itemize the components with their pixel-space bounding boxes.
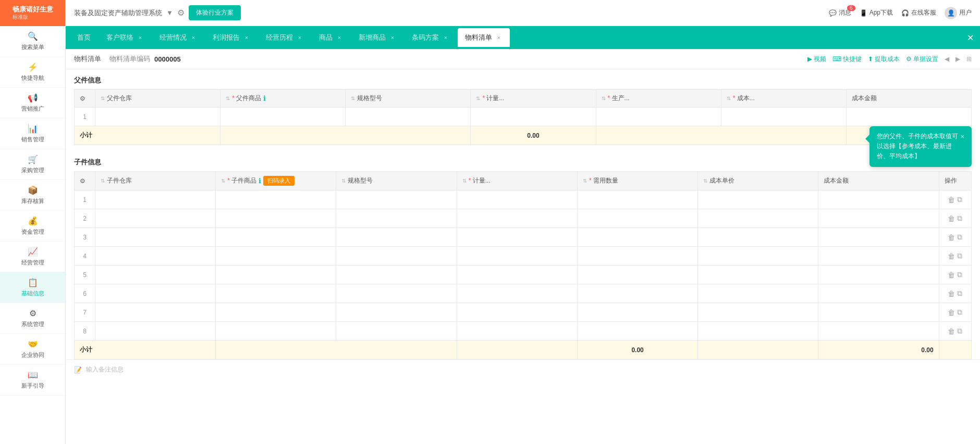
child-input-unit-2[interactable] — [457, 228, 577, 246]
copy-icon-5[interactable]: ⧉ — [957, 289, 962, 298]
copy-icon-6[interactable]: ⧉ — [957, 308, 962, 317]
nav-next-icon[interactable]: ▶ — [956, 55, 960, 63]
nav-tab-close-6[interactable]: × — [389, 34, 396, 41]
child-input-qty-5[interactable] — [578, 284, 697, 303]
child-cell-unit-cost-4[interactable] — [698, 266, 818, 284]
sidebar-item-1[interactable]: ⚡快捷导航 — [0, 57, 65, 88]
child-input-goods-1[interactable] — [216, 209, 336, 227]
child-input-cost-amount-3[interactable] — [818, 247, 938, 265]
child-cell-unit-cost-1[interactable] — [698, 209, 818, 228]
child-input-goods-4[interactable] — [216, 266, 336, 284]
nav-tab-4[interactable]: 经营历程× — [259, 28, 311, 47]
copy-icon-7[interactable]: ⧉ — [957, 327, 962, 335]
child-input-warehouse-5[interactable] — [95, 284, 215, 303]
parent-cell-spec[interactable] — [346, 107, 471, 126]
delete-icon-2[interactable]: 🗑 — [948, 233, 955, 242]
delete-icon-1[interactable]: 🗑 — [948, 214, 955, 223]
child-input-warehouse-2[interactable] — [95, 228, 215, 246]
child-input-goods-0[interactable] — [216, 190, 336, 209]
child-input-spec-7[interactable] — [336, 322, 456, 340]
shortcut-link[interactable]: ⌨ 快捷键 — [832, 55, 862, 64]
nav-tab-2[interactable]: 经营情况× — [152, 28, 204, 47]
child-input-qty-6[interactable] — [578, 303, 697, 321]
parent-cell-unit[interactable] — [471, 107, 596, 126]
copy-icon-0[interactable]: ⧉ — [957, 195, 962, 204]
child-cell-unit-0[interactable] — [457, 190, 577, 209]
child-cell-unit-cost-3[interactable] — [698, 247, 818, 266]
tooltip-close-button[interactable]: × — [960, 131, 964, 142]
parent-cell-warehouse[interactable] — [95, 107, 220, 126]
child-cell-unit-7[interactable] — [457, 322, 577, 341]
child-cell-unit-cost-6[interactable] — [698, 303, 818, 322]
child-input-spec-4[interactable] — [336, 266, 456, 284]
child-input-spec-3[interactable] — [336, 247, 456, 265]
child-input-qty-4[interactable] — [578, 266, 697, 284]
child-cell-unit-cost-2[interactable] — [698, 228, 818, 247]
sidebar-item-9[interactable]: ⚙系统管理 — [0, 303, 65, 334]
child-cell-cost-amount-3[interactable] — [818, 247, 939, 266]
child-input-cost-amount-4[interactable] — [818, 266, 938, 284]
child-cell-unit-cost-5[interactable] — [698, 284, 818, 303]
child-input-warehouse-7[interactable] — [95, 322, 215, 340]
sidebar-item-4[interactable]: 🛒采购管理 — [0, 149, 65, 180]
delete-icon-4[interactable]: 🗑 — [948, 271, 955, 279]
child-cell-cost-amount-5[interactable] — [818, 284, 939, 303]
child-cell-unit-cost-7[interactable] — [698, 322, 818, 341]
child-cell-goods-7[interactable] — [216, 322, 336, 341]
child-input-cost-amount-5[interactable] — [818, 284, 938, 303]
child-input-unit-3[interactable] — [457, 247, 577, 265]
parent-settings-icon[interactable]: ⚙ — [80, 95, 85, 102]
child-cell-unit-5[interactable] — [457, 284, 577, 303]
delete-icon-6[interactable]: 🗑 — [948, 308, 955, 317]
online-service-button[interactable]: 🎧 在线客服 — [901, 8, 936, 17]
child-input-unit-cost-0[interactable] — [698, 190, 818, 209]
child-cell-unit-6[interactable] — [457, 303, 577, 322]
parent-cell-cost-amount[interactable] — [846, 107, 971, 126]
child-input-cost-amount-6[interactable] — [818, 303, 938, 321]
child-cell-warehouse-2[interactable] — [95, 228, 216, 247]
nav-tab-close-8[interactable]: × — [495, 34, 503, 41]
child-cell-warehouse-7[interactable] — [95, 322, 216, 341]
child-input-unit-5[interactable] — [457, 284, 577, 303]
child-cell-unit-2[interactable] — [457, 228, 577, 247]
scan-input-button[interactable]: 扫码录入 — [263, 176, 295, 186]
child-cell-warehouse-0[interactable] — [95, 190, 216, 209]
child-input-goods-7[interactable] — [216, 322, 336, 340]
delete-icon-7[interactable]: 🗑 — [948, 327, 955, 335]
delete-icon-5[interactable]: 🗑 — [948, 290, 955, 298]
child-cell-goods-5[interactable] — [216, 284, 336, 303]
child-cell-spec-5[interactable] — [336, 284, 457, 303]
child-cell-unit-cost-0[interactable] — [698, 190, 818, 209]
parent-input-goods[interactable] — [220, 107, 345, 126]
child-input-qty-3[interactable] — [578, 247, 697, 265]
child-cell-unit-4[interactable] — [457, 266, 577, 284]
nav-tab-0[interactable]: 首页 — [70, 28, 98, 47]
child-cell-goods-1[interactable] — [216, 209, 336, 228]
sidebar-item-3[interactable]: 📊销售管理 — [0, 118, 65, 149]
sidebar-item-10[interactable]: 🤝企业协同 — [0, 334, 65, 365]
child-input-goods-5[interactable] — [216, 284, 336, 303]
parent-input-cost-amount[interactable] — [847, 107, 971, 126]
child-cell-qty-3[interactable] — [577, 247, 697, 266]
child-input-warehouse-4[interactable] — [95, 266, 215, 284]
nav-prev-icon[interactable]: ◀ — [945, 55, 949, 63]
child-cell-cost-amount-2[interactable] — [818, 228, 939, 247]
parent-input-cost[interactable] — [721, 107, 846, 126]
menu-grid-icon[interactable]: ⊞ — [966, 55, 972, 63]
nav-tab-close-4[interactable]: × — [296, 34, 303, 41]
child-cell-qty-4[interactable] — [577, 266, 697, 284]
child-cell-warehouse-3[interactable] — [95, 247, 216, 266]
message-button[interactable]: 💬 消息 6 — [829, 8, 851, 17]
child-input-cost-amount-2[interactable] — [818, 228, 938, 246]
child-input-spec-6[interactable] — [336, 303, 456, 321]
sidebar-item-0[interactable]: 🔍搜索菜单 — [0, 26, 65, 57]
child-input-cost-amount-1[interactable] — [818, 209, 938, 227]
nav-tab-7[interactable]: 条码方案× — [405, 28, 457, 47]
user-button[interactable]: 👤 用户 — [945, 7, 972, 19]
child-input-warehouse-1[interactable] — [95, 209, 215, 227]
child-cell-warehouse-1[interactable] — [95, 209, 216, 228]
child-input-spec-2[interactable] — [336, 228, 456, 246]
child-input-spec-1[interactable] — [336, 209, 456, 227]
parent-cell-production[interactable] — [596, 107, 721, 126]
nav-tab-close-5[interactable]: × — [336, 34, 343, 41]
